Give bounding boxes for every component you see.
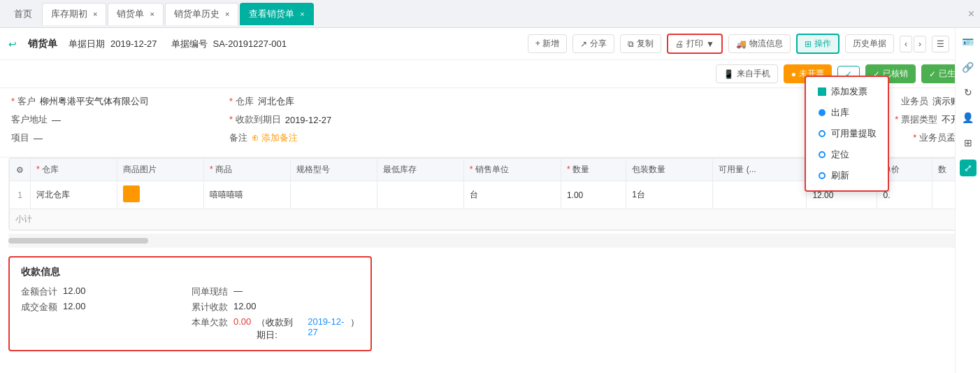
row-available [713,181,807,209]
tab-view-sales[interactable]: 查看销货单 × [240,3,313,25]
tab-sales-history[interactable]: 销货单历史 × [165,3,238,25]
dropdown-refresh[interactable]: 刷新 [806,165,888,186]
sidebar-user-icon[interactable]: 👤 [960,109,977,126]
dropdown-available-qty[interactable]: 可用量提取 [806,123,888,144]
date-value: 2019-12-27 [110,38,157,49]
customer-field: 客户 柳州粤港平安气体有限公司 [11,95,207,108]
sidebar-table-icon[interactable]: ⊞ [960,134,977,151]
arrears-end: ） [350,316,359,342]
tab-inventory[interactable]: 库存期初 × [42,3,106,25]
next-button[interactable]: › [914,36,926,52]
row-product: 嘻嘻嘻嘻 [203,181,290,209]
history-button[interactable]: 历史单据 [845,34,894,53]
project-field: 项目 — [11,132,207,144]
close-tab-inventory[interactable]: × [93,10,97,18]
sidebar-card-icon[interactable]: 🪪 [960,34,977,50]
sidebar-fullscreen-icon[interactable]: ⤢ [960,160,977,176]
tab-sales[interactable]: 销货单 × [108,3,163,25]
locate-icon [817,150,827,160]
close-tab-history[interactable]: × [225,10,229,18]
same-order-value: — [233,286,243,298]
col-warehouse: * 仓库 [31,159,117,181]
col-min-stock: 最低库存 [377,159,463,181]
col-unit: * 销售单位 [463,159,561,181]
warehouse-label: 仓库 [229,95,254,108]
cumulative-value: 12.00 [233,301,257,314]
col-product: * 商品 [203,159,290,181]
list-view-button[interactable]: ☰ [932,36,949,52]
sidebar-link-icon[interactable]: 🔗 [960,59,977,76]
new-button[interactable]: + 新增 [528,34,567,53]
warehouse-value: 河北仓库 [258,95,294,108]
same-order-label: 同单现结 [192,286,228,298]
doc-actions: + 新增 ↗ 分享 ⧉ 复制 🖨 打印 ▼ 🚚 物流信息 [528,34,972,54]
col-settings[interactable]: ⚙ [10,159,31,181]
same-order-row: 同单现结 — [192,286,359,298]
sidebar-refresh-icon[interactable]: ↻ [960,84,977,101]
payment-date-value: 2019-12-27 [285,115,332,125]
close-all-button[interactable]: × [968,8,974,20]
project-label: 项目 [11,132,29,144]
arrears-note: （收款到期日: [257,316,302,342]
warehouse-field: 仓库 河北仓库 [229,95,425,108]
effective-icon: ✓ [929,69,936,79]
address-value: — [52,115,61,125]
nav-arrows: ‹ › [900,36,926,52]
tab-home[interactable]: 首页 [6,8,41,20]
dropdown-add-invoice[interactable]: 添加发票 [806,81,888,102]
print-button[interactable]: 🖨 打印 ▼ [667,34,723,54]
dropdown-locate[interactable]: 定位 [806,144,888,165]
prev-button[interactable]: ‹ [900,36,912,52]
copy-button[interactable]: ⧉ 复制 [620,34,661,53]
row-product-img [117,181,203,209]
cumulative-receipt-row: 累计收款 12.00 [192,301,359,314]
col-spec: 规格型号 [290,159,377,181]
print-dropdown-icon: ▼ [706,39,714,49]
logistics-icon: 🚚 [736,39,747,49]
row-warehouse: 河北仓库 [31,181,117,209]
project-value: — [34,133,43,143]
customer-value: 柳州粤港平安气体有限公司 [40,95,149,108]
col-quantity: * 数量 [561,159,626,181]
payment-info-box: 收款信息 金额合计 12.00 同单现结 — 成交金额 12.00 累计收款 1… [8,256,372,351]
right-sidebar: 🪪 🔗 ↻ 👤 ⊞ ⤢ [955,28,980,373]
ticket-icon: ● [791,69,796,79]
logistics-button[interactable]: 🚚 物流信息 [728,34,791,53]
transaction-label: 成交金额 [21,301,57,314]
print-icon: 🖨 [675,39,684,49]
payment-date-field: 收款到期日 2019-12-27 [229,113,425,126]
payment-date-label: 收款到期日 [229,113,281,126]
arrears-label: 本单欠款 [192,316,228,342]
subtotal-row: 小计 [10,209,971,230]
dropdown-outbound[interactable]: 出库 [806,102,888,123]
share-button[interactable]: ↗ 分享 [572,34,614,53]
row-min-stock [377,181,463,209]
remark-field: 备注 ⊕ 添加备注 [229,132,425,144]
copy-icon: ⧉ [628,39,634,49]
available-qty-icon [817,129,827,139]
horizontal-scrollbar[interactable] [8,234,972,248]
refresh-icon [817,171,827,181]
row-quantity: 1.00 [561,181,626,209]
operations-icon: ⊞ [805,39,812,49]
arrears-date: 2019-12-27 [308,316,345,342]
row-num: 1 [10,181,31,209]
doc-icon: ↩ [8,38,17,50]
add-icon: ⊕ [252,132,259,143]
row-unit: 台 [463,181,561,209]
tab-bar: 首页 库存期初 × 销货单 × 销货单历史 × 查看销货单 × × [0,0,980,28]
salesman-label: 业务员孟 [913,132,956,144]
total-amount-value: 12.00 [63,286,86,298]
outbound-icon [817,108,827,118]
number-value: SA-20191227-001 [213,38,287,49]
operations-button[interactable]: ⊞ 操作 [796,34,840,54]
from-phone-button[interactable]: 📱 来自手机 [716,64,778,83]
add-remark-btn[interactable]: ⊕ 添加备注 [252,132,298,144]
close-tab-view-sales[interactable]: × [300,10,304,18]
business-person-label: 业务员 [901,95,928,108]
doc-meta: 单据日期 2019-12-27 单据编号 SA-20191227-001 [69,38,287,50]
close-tab-sales[interactable]: × [150,10,154,18]
scroll-thumb[interactable] [8,238,148,244]
doc-title: 销货单 [28,38,57,50]
cumulative-label: 累计收款 [192,301,228,314]
